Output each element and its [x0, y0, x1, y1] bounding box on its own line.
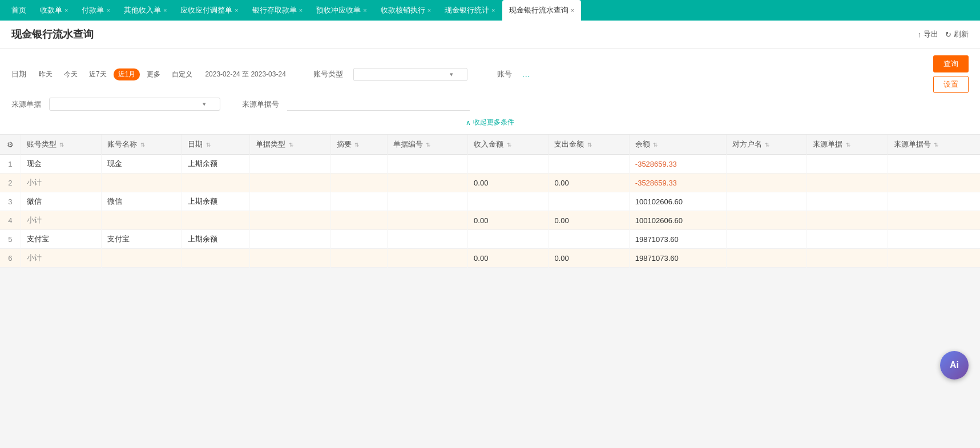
cell-doc-type	[250, 155, 330, 173]
nav-close-icon[interactable]: ×	[571, 7, 574, 14]
date-opt-yesterday[interactable]: 昨天	[34, 68, 57, 80]
cell-source-doc	[807, 155, 888, 173]
nav-home[interactable]: 首页	[5, 0, 33, 21]
nav-payment[interactable]: 付款单 ×	[75, 0, 116, 21]
cell-doc-type	[250, 173, 330, 192]
cell-doc-no	[387, 192, 467, 211]
date-filter-label: 日期	[11, 69, 26, 79]
refresh-button[interactable]: ↻ 刷新	[945, 29, 969, 39]
table-row: 2 小计 0.00 0.00 -3528659.33	[0, 173, 980, 192]
cell-account-type: 小计	[21, 173, 101, 192]
date-options: 昨天 今天 近7天 近1月 更多 自定义	[34, 68, 197, 80]
account-type-select[interactable]: ▾	[353, 68, 467, 81]
refresh-icon: ↻	[945, 30, 951, 39]
nav-advance[interactable]: 预收冲应收单 ×	[309, 0, 373, 21]
source-doc-select[interactable]: ▾	[49, 98, 220, 111]
cell-doc-type	[250, 249, 330, 268]
nav-bank-deposit[interactable]: 银行存取款单 ×	[245, 0, 309, 21]
header-actions: ↑ 导出 ↻ 刷新	[918, 29, 969, 39]
nav-close-icon[interactable]: ×	[235, 7, 238, 14]
cell-source-doc-no	[888, 249, 980, 268]
row-num: 1	[0, 155, 21, 173]
col-doc-no[interactable]: 单据编号 ⇅	[387, 135, 467, 155]
nav-close-icon[interactable]: ×	[363, 7, 366, 14]
cell-account-name: 支付宝	[101, 230, 182, 249]
row-num: 3	[0, 192, 21, 211]
col-source-doc-no[interactable]: 来源单据号 ⇅	[888, 135, 980, 155]
cell-account-type: 小计	[21, 211, 101, 230]
cell-balance: 100102606.60	[629, 192, 726, 211]
cell-doc-no	[387, 230, 467, 249]
cell-account-name: 微信	[101, 192, 182, 211]
cell-account-name	[101, 173, 182, 192]
nav-receipt[interactable]: 收款单 ×	[33, 0, 75, 21]
cell-expense	[549, 155, 629, 173]
col-account-type[interactable]: 账号类型 ⇅	[21, 135, 101, 155]
account-type-label: 账号类型	[313, 69, 343, 79]
cell-date: 上期余额	[182, 192, 250, 211]
nav-close-icon[interactable]: ×	[163, 7, 167, 14]
cell-doc-no	[387, 211, 467, 230]
cell-income	[468, 155, 549, 173]
cell-summary	[330, 211, 387, 230]
col-income[interactable]: 收入金额 ⇅	[468, 135, 549, 155]
col-doc-type[interactable]: 单据类型 ⇅	[250, 135, 330, 155]
collapse-button[interactable]: ∧ 收起更多条件	[11, 115, 969, 130]
date-opt-today[interactable]: 今天	[59, 68, 82, 80]
sort-icon: ⇅	[765, 142, 769, 148]
page-title: 现金银行流水查询	[11, 27, 94, 41]
sort-icon: ⇅	[289, 142, 293, 148]
account-ellipsis-button[interactable]: ...	[522, 70, 531, 79]
column-settings[interactable]: ⚙	[0, 135, 21, 155]
cell-source-doc	[807, 192, 888, 211]
col-source-doc[interactable]: 来源单据 ⇅	[807, 135, 888, 155]
col-date[interactable]: 日期 ⇅	[182, 135, 250, 155]
sort-icon: ⇅	[507, 142, 511, 148]
nav-bank-stats[interactable]: 现金银行统计 ×	[438, 0, 502, 21]
cell-counterparty	[726, 211, 806, 230]
col-expense[interactable]: 支出金额 ⇅	[549, 135, 629, 155]
date-opt-7days[interactable]: 近7天	[84, 68, 111, 80]
date-opt-more[interactable]: 更多	[142, 68, 165, 80]
date-opt-custom[interactable]: 自定义	[167, 68, 197, 80]
cell-account-name	[101, 211, 182, 230]
settings-button[interactable]: 设置	[933, 76, 969, 93]
cell-balance: 19871073.60	[629, 230, 726, 249]
nav-close-icon[interactable]: ×	[491, 7, 495, 14]
data-table: ⚙ 账号类型 ⇅ 账号名称 ⇅ 日期 ⇅ 单据类型 ⇅	[0, 135, 980, 268]
col-balance[interactable]: 余额 ⇅	[629, 135, 726, 155]
row-num: 2	[0, 173, 21, 192]
nav-bank-flow[interactable]: 现金银行流水查询 ×	[502, 0, 581, 21]
nav-close-icon[interactable]: ×	[299, 7, 303, 14]
nav-close-icon[interactable]: ×	[64, 7, 68, 14]
query-button[interactable]: 查询	[933, 55, 969, 72]
cell-summary	[330, 230, 387, 249]
chevron-down-icon: ▾	[450, 71, 453, 78]
col-summary[interactable]: 摘要 ⇅	[330, 135, 387, 155]
col-account-name[interactable]: 账号名称 ⇅	[101, 135, 182, 155]
cell-summary	[330, 192, 387, 211]
cell-source-doc	[807, 173, 888, 192]
nav-other-income[interactable]: 其他收入单 ×	[117, 0, 174, 21]
nav-adjustment[interactable]: 应收应付调整单 ×	[174, 0, 245, 21]
date-opt-1month[interactable]: 近1月	[114, 68, 140, 80]
source-doc-label: 来源单据	[11, 99, 41, 110]
table-row: 5 支付宝 支付宝 上期余额 19871073.60	[0, 230, 980, 249]
account-label: 账号	[497, 69, 512, 79]
date-range-display: 2023-02-24 至 2023-03-24	[205, 70, 285, 79]
nav-close-icon[interactable]: ×	[106, 7, 110, 14]
source-doc-no-input[interactable]	[287, 98, 470, 111]
cell-expense: 0.00	[549, 173, 629, 192]
col-counterparty[interactable]: 对方户名 ⇅	[726, 135, 806, 155]
nav-collection-exec[interactable]: 收款核销执行 ×	[374, 0, 438, 21]
cell-summary	[330, 249, 387, 268]
export-button[interactable]: ↑ 导出	[918, 29, 939, 39]
nav-close-icon[interactable]: ×	[428, 7, 431, 14]
sort-icon: ⇅	[354, 142, 359, 148]
cell-counterparty	[726, 230, 806, 249]
table-row: 3 微信 微信 上期余额 100102606.60	[0, 192, 980, 211]
cell-expense: 0.00	[549, 249, 629, 268]
cell-doc-no	[387, 155, 467, 173]
cell-expense	[549, 230, 629, 249]
cell-counterparty	[726, 192, 806, 211]
